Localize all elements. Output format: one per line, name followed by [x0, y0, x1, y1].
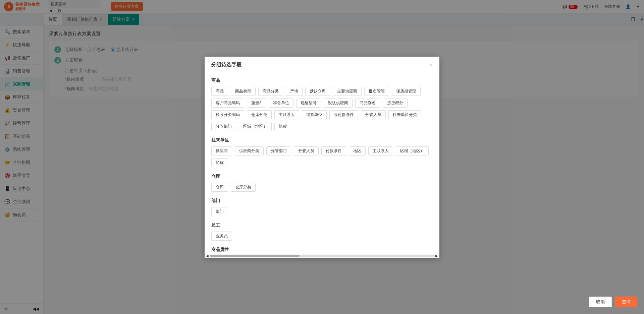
modal-body: 商品 商品 商品类型 商品分类 产地 默认仓库 主要供应商 批次管理 保质期管理… [205, 72, 439, 254]
field-payment-terms[interactable]: 收付款条件 [329, 110, 358, 119]
field-payment-cond[interactable]: 付款条件 [321, 146, 346, 155]
field-partner-supervisor[interactable]: 分管人员 [294, 146, 319, 155]
field-pick-points[interactable]: 拣货积分 [383, 99, 408, 108]
field-warehouse-category[interactable]: 仓库分类 [247, 110, 272, 119]
field-retail-unit[interactable]: 零售单位 [269, 99, 293, 108]
field-product[interactable]: 商品 [211, 87, 228, 96]
section-partner-title: 往来单位 [211, 137, 433, 143]
section-employee: 员工 业务员 [211, 222, 433, 241]
section-product-title: 商品 [211, 77, 433, 83]
field-supervisor[interactable]: 分管人员 [361, 110, 386, 119]
section-dept-fields: 部门 [211, 207, 433, 216]
hscroll-track [210, 255, 434, 257]
section-partner-fields: 供应商 供应商分类 分管部门 分管人员 付款条件 地区 主联系人 区域（地区） … [211, 146, 433, 167]
field-partner-category[interactable]: 往来单位分类 [388, 110, 421, 119]
field-region-partner[interactable]: 区域（地区） [396, 146, 429, 155]
modal-hscrollbar[interactable]: ◀ ▶ [205, 254, 439, 258]
field-area[interactable]: 地区 [349, 146, 366, 155]
modal-overlay: 分组待选字段 × 商品 商品 商品类型 商品分类 产地 默认仓库 主要供应商 批… [0, 0, 644, 314]
section-product-attr: 商品属性 属性 颜色 多规格 尺码 鞋码 1 [211, 247, 433, 254]
field-shelf-life[interactable]: 保质期管理 [392, 87, 421, 96]
field-customer-code[interactable]: 客户商品编码 [211, 99, 244, 108]
field-supplier[interactable]: 供应商 [211, 146, 232, 155]
field-abbr-product[interactable]: 简称 [274, 122, 291, 131]
field-region-product[interactable]: 区域（地区） [239, 122, 272, 131]
section-employee-title: 员工 [211, 222, 433, 228]
field-product-category[interactable]: 商品分类 [258, 87, 283, 96]
field-dept-mgmt[interactable]: 分管部门 [211, 122, 236, 131]
footer-actions: 取消 查询 [589, 297, 637, 307]
field-warehouse[interactable]: 仓库 [211, 183, 228, 192]
field-partner-dept[interactable]: 分管部门 [266, 146, 291, 155]
field-main-supplier[interactable]: 主要供应商 [333, 87, 362, 96]
field-origin[interactable]: 产地 [286, 87, 303, 96]
field-settlement-unit[interactable]: 结算单位 [302, 110, 327, 119]
section-warehouse-title: 仓库 [211, 173, 433, 179]
section-employee-fields: 业务员 [211, 232, 433, 241]
confirm-button[interactable]: 查询 [615, 297, 637, 307]
hscroll-right-arrow[interactable]: ▶ [435, 254, 438, 258]
section-product-fields: 商品 商品类型 商品分类 产地 默认仓库 主要供应商 批次管理 保质期管理 客户… [211, 87, 433, 131]
field-main-contact[interactable]: 主联系人 [274, 110, 299, 119]
modal-close-button[interactable]: × [429, 61, 433, 68]
field-default-warehouse[interactable]: 默认仓库 [305, 87, 330, 96]
field-select-modal: 分组待选字段 × 商品 商品 商品类型 商品分类 产地 默认仓库 主要供应商 批… [205, 57, 439, 258]
field-weight3[interactable]: 重量3 [247, 99, 266, 108]
field-product-alias[interactable]: 商品别名 [355, 99, 380, 108]
field-product-type[interactable]: 商品类型 [231, 87, 256, 96]
modal-title: 分组待选字段 [211, 62, 241, 68]
field-dept[interactable]: 部门 [211, 207, 228, 216]
hscroll-thumb[interactable] [210, 255, 300, 257]
field-sales-rep[interactable]: 业务员 [211, 232, 232, 241]
section-partner: 往来单位 供应商 供应商分类 分管部门 分管人员 付款条件 地区 主联系人 区域… [211, 137, 433, 167]
cancel-button[interactable]: 取消 [589, 297, 612, 307]
field-default-supplier[interactable]: 默认供应商 [324, 99, 353, 108]
section-product: 商品 商品 商品类型 商品分类 产地 默认仓库 主要供应商 批次管理 保质期管理… [211, 77, 433, 131]
section-warehouse: 仓库 仓库 仓库分类 [211, 173, 433, 192]
section-product-attr-title: 商品属性 [211, 247, 433, 253]
modal-header: 分组待选字段 × [205, 57, 439, 72]
field-batch-mgmt[interactable]: 批次管理 [364, 87, 389, 96]
field-tax-code[interactable]: 税收分类编码 [211, 110, 244, 119]
field-abbr-partner[interactable]: 简称 [211, 158, 228, 167]
field-partner-contact[interactable]: 主联系人 [368, 146, 393, 155]
section-warehouse-fields: 仓库 仓库分类 [211, 183, 433, 192]
field-supplier-category[interactable]: 供应商分类 [235, 146, 264, 155]
field-spec-model[interactable]: 规格型号 [296, 99, 321, 108]
field-warehouse-cat[interactable]: 仓库分类 [231, 183, 256, 192]
section-dept: 部门 部门 [211, 198, 433, 216]
hscroll-left-arrow[interactable]: ◀ [206, 254, 209, 258]
section-dept-title: 部门 [211, 198, 433, 204]
